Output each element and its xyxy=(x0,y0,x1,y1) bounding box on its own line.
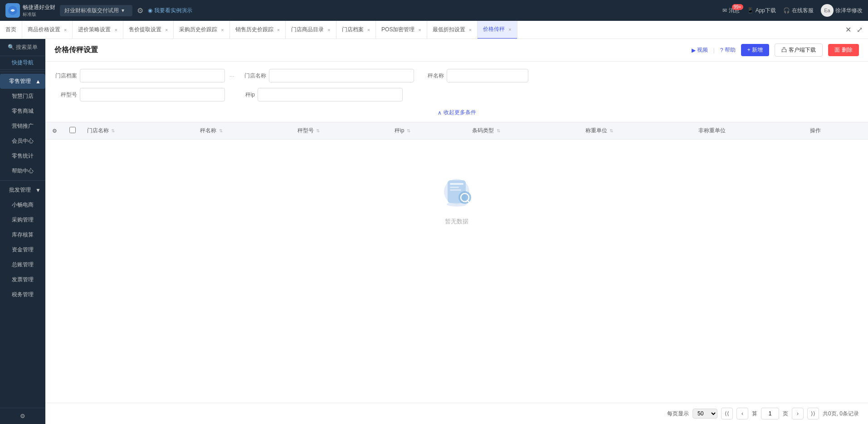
tab-sale-history[interactable]: 销售历史价跟踪 × xyxy=(230,21,286,39)
logo-text: 畅捷通好业财 标准版 xyxy=(23,4,55,18)
prev-page-btn[interactable]: ‹ xyxy=(736,408,748,419)
chevron-up-icon: ∧ xyxy=(438,110,442,116)
tab-min-discount[interactable]: 最低折扣设置 × xyxy=(427,21,478,39)
sidebar-item-retail-stats[interactable]: 零售统计 xyxy=(0,149,45,164)
sidebar-item-help[interactable]: 帮助中心 xyxy=(0,164,45,178)
delete-button[interactable]: 面 删除 xyxy=(828,44,859,56)
online-service-btn[interactable]: 🎧 在线客服 xyxy=(783,7,814,14)
tab-home[interactable]: 首页 xyxy=(0,21,22,39)
store-name-input[interactable] xyxy=(269,69,414,82)
th-operation: 操作 xyxy=(805,122,868,140)
sort-scale-name-icon[interactable]: ⇅ xyxy=(219,128,223,133)
collapse-label: 收起更多条件 xyxy=(444,109,476,116)
tab-price-setting[interactable]: 商品价格设置 × xyxy=(22,21,73,39)
page-number-input[interactable] xyxy=(761,408,779,419)
message-icon: ✉ xyxy=(722,7,727,14)
th-scale-ip: 秤ip ⇅ xyxy=(389,122,467,140)
scale-ip-input[interactable] xyxy=(258,88,403,101)
sidebar-item-online-store[interactable]: 零售商城 xyxy=(0,104,45,119)
next-page-btn[interactable]: › xyxy=(792,408,804,419)
retail-stats-label: 零售统计 xyxy=(5,152,41,160)
sidebar-item-purchase[interactable]: 采购管理 xyxy=(0,212,45,227)
sidebar-quick-nav[interactable]: 快捷导航 xyxy=(0,56,45,70)
app-download-btn[interactable]: 📱 App下载 xyxy=(747,7,776,14)
sort-weight-icon[interactable]: ⇅ xyxy=(610,128,613,133)
tab-end-controls: ✕ ⤢ xyxy=(844,24,868,35)
filter-scale-name: 秤名称 xyxy=(421,69,528,82)
sidebar-quick-nav-label: 快捷导航 xyxy=(12,59,34,66)
sidebar-item-smart-store[interactable]: 智慧门店 xyxy=(0,89,45,104)
sidebar-search[interactable]: 🔍 搜索菜单 xyxy=(0,39,45,56)
tab-sale-price[interactable]: 售价提取设置 × xyxy=(123,21,174,39)
page-actions: ▶ 视频 | ? 帮助 + 新增 凸 客户端下载 xyxy=(692,43,859,57)
tab-store-catalog[interactable]: 门店商品目录 × xyxy=(286,21,336,39)
select-all-checkbox[interactable] xyxy=(69,127,76,133)
demo-link[interactable]: ◉ 我要看实例演示 xyxy=(148,7,192,14)
collapse-btn[interactable]: ∧ 收起更多条件 xyxy=(54,107,859,118)
online-service-label: 在线客服 xyxy=(792,7,814,14)
table-area: ⚙ 门店名称 ⇅ 秤名称 ⇅ xyxy=(45,122,868,403)
sort-store-name-icon[interactable]: ⇅ xyxy=(111,128,115,133)
tab-close-pos[interactable]: × xyxy=(418,27,421,33)
table-container: ⚙ 门店名称 ⇅ 秤名称 ⇅ xyxy=(45,122,868,403)
filter-store-name: 门店名称 xyxy=(244,69,414,82)
empty-text: 暂无数据 xyxy=(445,217,468,226)
tab-bar: 首页 商品价格设置 × 进价策略设置 × 售价提取设置 × 采购历史价跟踪 × … xyxy=(0,21,868,39)
per-page-select[interactable]: 50 10 20 100 xyxy=(692,409,717,419)
sidebar-item-invoice[interactable]: 发票管理 xyxy=(0,272,45,287)
sidebar-item-stock[interactable]: 库存核算 xyxy=(0,227,45,242)
add-button[interactable]: + 新增 xyxy=(741,44,769,56)
scale-name-input[interactable] xyxy=(447,69,528,82)
sort-scale-type-icon[interactable]: ⇅ xyxy=(316,128,320,133)
tab-close-price-scale[interactable]: × xyxy=(508,27,511,32)
top-bar-right: ✉ 消息 99+ 📱 App下载 🎧 在线客服 Ea 徐泽华修改 xyxy=(722,4,863,17)
sidebar-item-wholesale[interactable]: 批发管理 ▼ xyxy=(0,183,45,198)
chevron-down-icon: ▼ xyxy=(35,187,41,193)
sort-scale-ip-icon[interactable]: ⇅ xyxy=(407,128,410,133)
sidebar-item-member[interactable]: 会员中心 xyxy=(0,134,45,149)
settings-icon[interactable]: ⚙ xyxy=(137,6,143,15)
messages-btn[interactable]: ✉ 消息 99+ xyxy=(722,7,740,14)
tab-close-sale-history[interactable]: × xyxy=(277,27,280,33)
th-scale-name: 秤名称 ⇅ xyxy=(195,122,292,140)
user-profile-btn[interactable]: Ea 徐泽华修改 xyxy=(821,4,863,17)
filter-scale-type: 秤型号 xyxy=(54,88,225,101)
store-file-dots[interactable]: ··· xyxy=(228,72,236,79)
smart-store-label: 智慧门店 xyxy=(5,92,41,100)
tab-close-procurement[interactable]: × xyxy=(114,27,117,33)
download-button[interactable]: 凸 客户端下载 xyxy=(775,43,823,57)
sidebar-item-finance[interactable]: 资金管理 xyxy=(0,242,45,257)
tab-close-discount[interactable]: × xyxy=(469,27,472,33)
scale-ip-label: 秤ip xyxy=(232,91,255,99)
tab-store-file[interactable]: 门店档案 × xyxy=(336,21,376,39)
tab-purchase-history[interactable]: 采购历史价跟踪 × xyxy=(174,21,229,39)
sidebar-settings-btn[interactable]: ⚙ xyxy=(0,408,45,424)
tab-close-store-file[interactable]: × xyxy=(367,27,370,33)
sidebar-item-ecommerce[interactable]: 小畅电商 xyxy=(0,198,45,212)
pagination-bar: 每页显示 50 10 20 100 ⟨⟨ ‹ 算 页 › ⟩⟩ 共0页, 0条记… xyxy=(45,403,868,424)
tab-procurement-strategy[interactable]: 进价策略设置 × xyxy=(73,21,123,39)
tab-price-scale[interactable]: 价格传秤 × xyxy=(478,21,517,39)
first-page-btn[interactable]: ⟨⟨ xyxy=(721,408,733,419)
sidebar-item-retail[interactable]: 零售管理 ▲ xyxy=(0,74,45,89)
sidebar-item-tax[interactable]: 税务管理 xyxy=(0,287,45,302)
help-link[interactable]: ? 帮助 xyxy=(720,46,736,54)
tab-close-price-setting[interactable]: × xyxy=(64,27,67,33)
version-selector[interactable]: 好业财标准版交付试用 ▾ xyxy=(60,5,132,16)
tab-close-store-catalog[interactable]: × xyxy=(327,27,330,33)
sort-barcode-icon[interactable]: ⇅ xyxy=(497,128,500,133)
tab-close-purchase-history[interactable]: × xyxy=(221,27,224,33)
store-file-label: 门店档案 xyxy=(54,72,77,80)
last-page-btn[interactable]: ⟩⟩ xyxy=(807,408,819,419)
video-link[interactable]: ▶ 视频 xyxy=(692,46,708,54)
tab-close-all-btn[interactable]: ✕ xyxy=(844,24,853,35)
tab-pos-manage[interactable]: POS加密管理 × xyxy=(376,21,427,39)
store-file-input[interactable] xyxy=(80,69,225,82)
scale-type-input[interactable] xyxy=(80,88,225,101)
filter-scale-ip: 秤ip xyxy=(232,88,403,101)
tab-maximize-btn[interactable]: ⤢ xyxy=(855,24,864,35)
sidebar-item-ledger[interactable]: 总账管理 xyxy=(0,257,45,272)
tab-close-sale-price[interactable]: × xyxy=(165,27,168,33)
th-gear[interactable]: ⚙ xyxy=(45,122,63,140)
sidebar-item-marketing[interactable]: 营销推广 xyxy=(0,119,45,134)
